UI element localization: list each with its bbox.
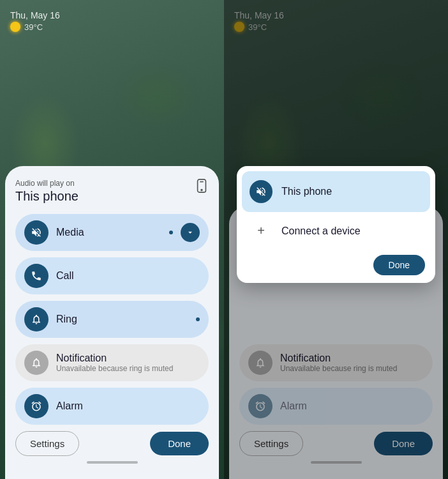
call-icon-circle: [24, 264, 49, 288]
media-dot: [169, 231, 173, 234]
ring-icon-circle: [24, 307, 49, 331]
svg-point-2: [201, 190, 202, 191]
media-label: Media: [56, 227, 161, 238]
right-phone-panel: Thu, May 16 39°C Audio will play on: [224, 0, 448, 479]
ring-label: Ring: [56, 314, 188, 325]
alarm-icon-circle: [24, 394, 49, 418]
ring-row[interactable]: Ring: [15, 301, 209, 338]
sun-icon: [10, 22, 20, 32]
this-phone-icon: [250, 180, 273, 203]
left-phone-panel: Thu, May 16 39°C Audio will play on This…: [0, 0, 224, 479]
connect-device-label: Connect a device: [281, 225, 361, 237]
right-alarm-label: Alarm: [280, 400, 424, 412]
right-notification-icon-circle: [248, 351, 273, 375]
left-home-indicator: [87, 461, 138, 464]
left-audio-label: Audio will play on: [15, 179, 209, 188]
left-settings-button[interactable]: Settings: [15, 431, 79, 456]
left-bottom-actions: Settings Done: [15, 431, 209, 456]
media-arrow[interactable]: [181, 223, 200, 242]
call-label: Call: [56, 270, 200, 282]
left-done-button[interactable]: Done: [150, 432, 209, 455]
media-row[interactable]: Media: [15, 214, 209, 251]
connect-device-item[interactable]: + Connect a device: [242, 215, 430, 247]
popup-done-area: Done: [242, 250, 430, 278]
notification-row: Notification Unavailable because ring is…: [15, 344, 209, 381]
call-row[interactable]: Call: [15, 257, 209, 294]
right-home-indicator: [311, 461, 362, 464]
alarm-label: Alarm: [56, 400, 200, 412]
right-notification-sublabel: Unavailable because ring is muted: [280, 364, 397, 373]
alarm-row[interactable]: Alarm: [15, 388, 209, 425]
notification-icon-circle: [24, 351, 49, 375]
left-status-bar: Thu, May 16 39°C: [0, 0, 224, 37]
popup-done-button[interactable]: Done: [373, 255, 425, 275]
device-select-popup: This phone + Connect a device Done: [237, 166, 435, 283]
right-alarm-row: Alarm: [239, 388, 433, 425]
left-weather: 39°C: [10, 22, 214, 32]
right-settings-button[interactable]: Settings: [239, 431, 303, 456]
this-phone-item[interactable]: This phone: [242, 171, 430, 212]
left-date: Thu, May 16: [10, 10, 214, 20]
notification-label: Notification: [56, 353, 173, 364]
right-notification-row: Notification Unavailable because ring is…: [239, 344, 433, 381]
plus-icon: +: [250, 224, 273, 238]
left-volume-card: Audio will play on This phone Media: [5, 166, 219, 479]
ring-dot: [196, 317, 200, 321]
right-done-button[interactable]: Done: [374, 432, 433, 455]
left-audio-device: This phone: [15, 189, 209, 204]
right-notification-label: Notification: [280, 353, 397, 364]
this-phone-label: This phone: [281, 186, 332, 197]
phone-icon: [195, 179, 209, 195]
notification-sublabel: Unavailable because ring is muted: [56, 364, 173, 373]
right-alarm-icon-circle: [248, 394, 273, 418]
right-bottom-actions: Settings Done: [239, 431, 433, 456]
left-temp: 39°C: [24, 22, 43, 32]
media-icon-circle: [24, 220, 49, 245]
